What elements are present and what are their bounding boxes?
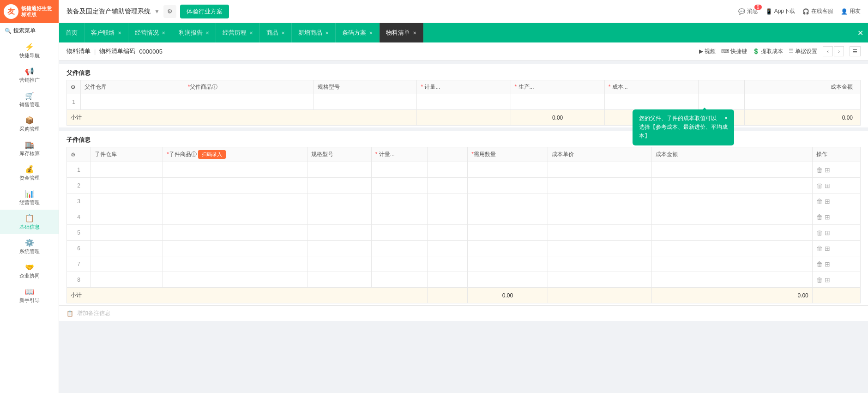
child-product-cell[interactable]: [163, 225, 307, 241]
child-spec-cell[interactable]: [307, 241, 371, 256]
child-product-cell[interactable]: [163, 209, 307, 225]
settings-button[interactable]: ⚙: [163, 5, 176, 18]
child-col-settings[interactable]: ⚙: [67, 147, 91, 162]
child-warehouse-cell[interactable]: [91, 162, 163, 178]
child-product-cell[interactable]: [163, 272, 307, 288]
child-unit-cost-cell[interactable]: [548, 209, 612, 225]
copy-icon[interactable]: ⊞: [825, 166, 830, 174]
tab-close-icon[interactable]: ✕: [325, 30, 329, 36]
child-spec-cell[interactable]: [307, 225, 371, 241]
search-menu[interactable]: 🔍 搜索菜单: [0, 23, 59, 38]
child-spec-cell[interactable]: [307, 178, 371, 193]
app-download-button[interactable]: 📱 App下载: [766, 7, 795, 15]
child-qty-cell[interactable]: [468, 241, 548, 256]
tab-operations[interactable]: 经营情况 ✕: [128, 23, 172, 42]
child-qty-cell[interactable]: [468, 225, 548, 241]
parent-spec-cell[interactable]: [313, 94, 417, 110]
tab-products[interactable]: 商品 ✕: [260, 23, 292, 42]
tab-close-icon[interactable]: ✕: [118, 30, 121, 36]
copy-icon[interactable]: ⊞: [825, 198, 830, 205]
tab-profit[interactable]: 利润报告 ✕: [172, 23, 216, 42]
copy-icon[interactable]: ⊞: [825, 229, 830, 236]
child-spec-cell[interactable]: [307, 162, 371, 178]
delete-icon[interactable]: 🗑: [816, 182, 823, 189]
copy-icon[interactable]: ⊞: [825, 245, 830, 252]
child-warehouse-cell[interactable]: [91, 225, 163, 241]
sidebar-item-marketing[interactable]: 📢 营销推广: [0, 63, 59, 87]
parent-col-settings[interactable]: ⚙: [67, 80, 81, 94]
child-unit-cost-cell[interactable]: [548, 241, 612, 256]
child-unit-cell[interactable]: [371, 193, 428, 209]
child-warehouse-cell[interactable]: [91, 209, 163, 225]
single-settings-action[interactable]: ☰ 单据设置: [789, 48, 817, 55]
sidebar-item-quick-nav[interactable]: ⚡ 快捷导航: [0, 38, 59, 63]
child-product-cell[interactable]: [163, 256, 307, 272]
parent-product-cell[interactable]: [184, 94, 313, 110]
shortcut-action[interactable]: ⌨ 快捷键: [721, 48, 747, 55]
child-unit-cost-cell[interactable]: [548, 193, 612, 209]
child-unit-cost-cell[interactable]: [548, 162, 612, 178]
tab-close-icon[interactable]: ✕: [162, 30, 165, 36]
child-product-cell[interactable]: [163, 241, 307, 256]
child-qty-cell[interactable]: [468, 209, 548, 225]
list-view-button[interactable]: ☰: [850, 46, 861, 56]
parent-production-cell[interactable]: [511, 94, 604, 110]
tab-history[interactable]: 经营历程 ✕: [216, 23, 260, 42]
chevron-down-icon[interactable]: ▼: [154, 8, 160, 15]
tab-close-icon[interactable]: ✕: [281, 30, 285, 36]
copy-icon[interactable]: ⊞: [825, 182, 830, 189]
child-spec-cell[interactable]: [307, 209, 371, 225]
tab-home[interactable]: 首页: [59, 23, 84, 42]
child-unit-cell[interactable]: [371, 241, 428, 256]
tab-close-icon[interactable]: ✕: [369, 30, 373, 36]
nav-close-button[interactable]: ✕: [853, 29, 868, 37]
child-qty-cell[interactable]: [468, 256, 548, 272]
parent-cost-cell[interactable]: [604, 94, 698, 110]
child-spec-cell[interactable]: [307, 193, 371, 209]
delete-icon[interactable]: 🗑: [816, 260, 823, 268]
delete-icon[interactable]: 🗑: [816, 245, 823, 252]
sidebar-item-guide[interactable]: 📖 新手引导: [0, 283, 59, 308]
sidebar-item-purchase[interactable]: 📦 采购管理: [0, 112, 59, 136]
child-qty-cell[interactable]: [468, 178, 548, 193]
trial-button[interactable]: 体验行业方案: [180, 5, 229, 18]
parent-unit-cell[interactable]: [417, 94, 511, 110]
tab-bom[interactable]: 物料清单 ✕: [380, 23, 423, 42]
delete-icon[interactable]: 🗑: [816, 213, 823, 221]
notes-placeholder[interactable]: 增加备注信息: [77, 309, 110, 317]
child-unit-cell[interactable]: [371, 225, 428, 241]
sidebar-item-sales[interactable]: 🛒 销售管理: [0, 87, 59, 112]
user-avatar[interactable]: 👤 用友: [841, 7, 861, 15]
online-service-button[interactable]: 🎧 在线客服: [802, 7, 833, 15]
child-warehouse-cell[interactable]: [91, 178, 163, 193]
sidebar-item-inventory[interactable]: 🏬 库存核算: [0, 136, 59, 161]
message-button[interactable]: 💬 消息 6: [738, 7, 758, 15]
delete-icon[interactable]: 🗑: [816, 229, 823, 236]
delete-icon[interactable]: 🗑: [816, 198, 823, 205]
child-unit-cost-cell[interactable]: [548, 272, 612, 288]
child-spec-cell[interactable]: [307, 256, 371, 272]
tab-close-icon[interactable]: ✕: [413, 30, 416, 36]
parent-warehouse-cell[interactable]: [81, 94, 184, 110]
prev-arrow-button[interactable]: ‹: [823, 46, 833, 56]
copy-icon[interactable]: ⊞: [825, 260, 830, 268]
child-warehouse-cell[interactable]: [91, 241, 163, 256]
child-unit-cell[interactable]: [371, 209, 428, 225]
child-unit-cell[interactable]: [371, 178, 428, 193]
tab-close-icon[interactable]: ✕: [249, 30, 253, 36]
child-qty-cell[interactable]: [468, 162, 548, 178]
child-unit-cost-cell[interactable]: [548, 178, 612, 193]
copy-icon[interactable]: ⊞: [825, 213, 830, 221]
child-warehouse-cell[interactable]: [91, 193, 163, 209]
extract-cost-action[interactable]: 💲 提取成本: [753, 48, 783, 55]
child-product-cell[interactable]: [163, 162, 307, 178]
sidebar-item-cooperation[interactable]: 🤝 企业协同: [0, 259, 59, 283]
tab-new-product[interactable]: 新增商品 ✕: [292, 23, 336, 42]
child-unit-cell[interactable]: [371, 162, 428, 178]
delete-icon[interactable]: 🗑: [816, 276, 823, 284]
copy-icon[interactable]: ⊞: [825, 276, 830, 284]
sidebar-item-operations[interactable]: 📊 经营管理: [0, 185, 59, 210]
tooltip-close-button[interactable]: ×: [724, 114, 728, 123]
child-spec-cell[interactable]: [307, 272, 371, 288]
tab-barcode[interactable]: 条码方案 ✕: [336, 23, 380, 42]
